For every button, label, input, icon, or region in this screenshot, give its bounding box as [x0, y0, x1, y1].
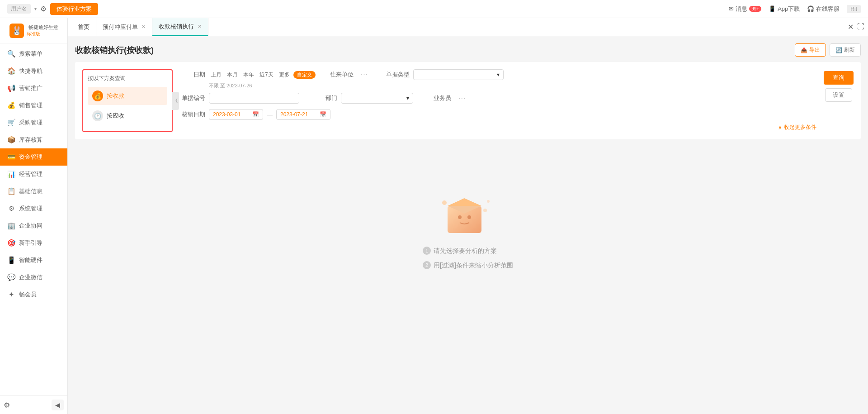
content-area: 首页 预付冲应付单 ✕ 收款核销执行 ✕ ✕ ⛶ 收款核销执行(按收款) — [68, 18, 868, 414]
by-receivable-icon: 🕐 — [92, 110, 103, 121]
sidebar-item-quick-nav[interactable]: 🏠 快捷导航 — [0, 62, 67, 80]
tab-home[interactable]: 首页 — [71, 18, 96, 36]
calendar-end-icon: 📅 — [320, 111, 326, 118]
collapse-conditions[interactable]: ∧ 收起更多条件 — [178, 124, 816, 131]
top-header: 用户名 ▾ ⚙ 体验行业方案 ✉ 消息 99+ 📱 App下载 🎧 在线客服 R… — [0, 0, 868, 18]
custom-date-tag[interactable]: 自定义 — [293, 71, 316, 79]
date-range-separator: — — [267, 111, 273, 118]
sidebar-bottom: ⚙ ◀ — [0, 395, 67, 414]
voucher-type-field: 单据类型 ▾ — [382, 69, 504, 80]
voucher-no-label: 单据编号 — [178, 94, 205, 102]
purchase-icon: 🛒 — [7, 119, 15, 127]
staff-dots[interactable]: ··· — [455, 94, 469, 102]
filter-left: 按以下方案查询 💰 按收款 🕐 按应收 《 — [82, 69, 173, 132]
user-name[interactable]: Rit — [847, 5, 861, 13]
sidebar-item-hardware[interactable]: 📱 智能硬件 — [0, 252, 67, 269]
filter-panel-collapse-button[interactable]: 《 — [172, 92, 179, 110]
settle-date-range: 2023-03-01 📅 — 2023-07-21 📅 — [209, 109, 330, 120]
filter-settings-button[interactable]: 设置 — [825, 88, 852, 102]
message-icon: ✉ — [729, 5, 734, 12]
refresh-button[interactable]: 🔄 刷新 — [830, 43, 861, 57]
this-month-btn[interactable]: 本月 — [225, 70, 240, 80]
sidebar-item-finance[interactable]: 💳 资金管理 — [0, 148, 67, 166]
sidebar-item-sales[interactable]: 💰 销售管理 — [0, 97, 67, 114]
filter-option-by-receivable[interactable]: 🕐 按应收 — [88, 107, 167, 125]
guide-icon: 🎯 — [7, 239, 15, 247]
tab-close-all-icon[interactable]: ✕ — [848, 23, 854, 31]
dept-select[interactable]: ▾ — [341, 93, 413, 104]
system-icon: ⚙ — [7, 205, 15, 213]
query-button[interactable]: 查询 — [824, 71, 854, 85]
sidebar-item-wechat[interactable]: 💬 企业微信 — [0, 269, 67, 286]
svg-point-4 — [458, 215, 462, 219]
sidebar-item-basic-info[interactable]: 📋 基础信息 — [0, 183, 67, 200]
last-7days-btn[interactable]: 近7天 — [258, 70, 275, 80]
settle-date-end[interactable]: 2023-07-21 📅 — [276, 109, 330, 120]
header-right: ✉ 消息 99+ 📱 App下载 🎧 在线客服 Rit — [729, 5, 861, 13]
voucher-type-select[interactable]: ▾ — [413, 69, 504, 80]
sidebar-item-marketing[interactable]: 📢 营销推广 — [0, 80, 67, 97]
export-icon: 📤 — [801, 47, 807, 53]
sidebar-logo: 🐰 畅捷通好生意 标准版 — [0, 18, 67, 43]
marketing-icon: 📢 — [7, 84, 15, 92]
logo-icon: 🐰 — [9, 24, 24, 38]
main-container: 🐰 畅捷通好生意 标准版 🔍 搜索菜单 🏠 快捷导航 📢 营销推广 💰 销售管理 — [0, 18, 868, 414]
sidebar-settings-icon[interactable]: ⚙ — [4, 401, 10, 409]
dept-dropdown-icon: ▾ — [406, 95, 409, 101]
sidebar-collapse-button[interactable]: ◀ — [52, 400, 64, 410]
sidebar-item-inventory[interactable]: 📦 库存核算 — [0, 131, 67, 148]
filter-option-by-receipt[interactable]: 💰 按收款 — [88, 87, 167, 105]
tab-receivable[interactable]: 收款核销执行 ✕ — [152, 18, 208, 36]
logo-text: 畅捷通好生意 — [28, 24, 58, 30]
page-content: 收款核销执行(按收款) 📤 导出 🔄 刷新 按以下方案查询 — [68, 36, 868, 414]
finance-icon: 💳 — [7, 153, 15, 161]
date-label: 日期 — [178, 71, 205, 79]
app-icon: 📱 — [769, 5, 776, 12]
dept-field: 部门 ▾ — [310, 93, 413, 104]
partner-field: 往来单位 ··· — [326, 71, 372, 79]
settle-date-label: 核销日期 — [178, 110, 205, 119]
staff-field: 业务员 ··· — [424, 94, 469, 102]
sidebar-item-system[interactable]: ⚙ 系统管理 — [0, 200, 67, 217]
sidebar-item-enterprise[interactable]: 🏢 企业协同 — [0, 217, 67, 234]
empty-state: 1 请先选择要分析的方案 2 用[过滤]条件来缩小分析范围 — [75, 145, 861, 308]
solution-button[interactable]: 体验行业方案 — [50, 3, 98, 15]
company-dropdown-icon[interactable]: ▾ — [34, 6, 37, 11]
hardware-icon: 📱 — [7, 256, 15, 264]
tab-prepaid-close[interactable]: ✕ — [142, 24, 146, 30]
collapse-icon: ∧ — [778, 124, 782, 131]
voucher-no-input[interactable] — [209, 93, 299, 104]
date-unlimit: 不限 至 2023-07-26 — [209, 83, 252, 88]
svg-point-6 — [442, 200, 447, 205]
page-actions: 📤 导出 🔄 刷新 — [795, 43, 861, 57]
more-date-btn[interactable]: 更多 — [277, 70, 292, 80]
settle-date-start[interactable]: 2023-03-01 📅 — [209, 109, 263, 120]
last-month-btn[interactable]: 上月 — [209, 70, 223, 80]
dept-label: 部门 — [310, 94, 337, 102]
online-service-action[interactable]: 🎧 在线客服 — [807, 5, 840, 13]
date-shortcuts: 上月 本月 本年 近7天 更多 自定义 — [209, 70, 316, 80]
app-download-action[interactable]: 📱 App下载 — [769, 5, 800, 13]
message-action[interactable]: ✉ 消息 99+ — [729, 5, 761, 13]
company-name: 用户名 — [7, 4, 31, 14]
page-header: 收款核销执行(按收款) 📤 导出 🔄 刷新 — [75, 43, 861, 57]
sidebar-item-member[interactable]: ✦ 畅会员 — [0, 286, 67, 303]
tab-prepaid[interactable]: 预付冲应付单 ✕ — [96, 18, 152, 36]
sidebar-item-purchase[interactable]: 🛒 采购管理 — [0, 114, 67, 131]
sidebar-item-guide[interactable]: 🎯 新手引导 — [0, 234, 67, 252]
settings-icon[interactable]: ⚙ — [40, 5, 47, 13]
by-receipt-icon: 💰 — [92, 90, 103, 101]
this-year-btn[interactable]: 本年 — [241, 70, 256, 80]
partner-dots[interactable]: ··· — [357, 71, 372, 79]
tab-receivable-close[interactable]: ✕ — [198, 24, 202, 29]
sales-icon: 💰 — [7, 101, 15, 109]
svg-marker-2 — [448, 198, 481, 206]
voucher-no-field: 单据编号 — [178, 93, 299, 104]
sidebar-item-search-menu[interactable]: 🔍 搜索菜单 — [0, 45, 67, 62]
export-button[interactable]: 📤 导出 — [795, 43, 826, 57]
tab-expand-icon[interactable]: ⛶ — [857, 23, 864, 31]
wechat-icon: 💬 — [7, 273, 15, 281]
sidebar-item-operations[interactable]: 📊 经营管理 — [0, 166, 67, 183]
filter-left-title: 按以下方案查询 — [88, 75, 167, 82]
voucher-type-dropdown-icon: ▾ — [497, 71, 500, 78]
